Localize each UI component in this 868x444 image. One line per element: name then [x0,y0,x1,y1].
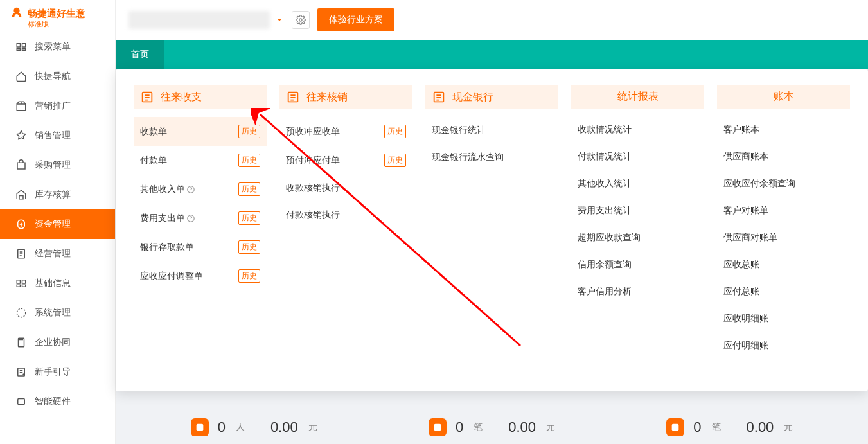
search-icon [15,41,27,53]
stat-unit: 元 [308,422,317,433]
settings-button[interactable] [292,11,310,29]
svg-rect-1 [22,44,26,47]
svg-rect-16 [18,399,25,405]
mega-item-label: 应收应付调整单 [140,271,203,282]
sidebar-item-funds[interactable]: 资金管理 [0,209,115,239]
history-badge[interactable]: 历史 [384,125,406,138]
mega-column-title: 统计报表 [617,90,659,103]
mega-item-label: 收款单 [140,126,167,138]
mega-item[interactable]: 超期应收款查询 [571,224,704,251]
sidebar-item-label: 资金管理 [35,218,71,230]
history-badge[interactable]: 历史 [238,269,260,283]
mega-item[interactable]: 付款核销执行 [279,202,412,229]
mega-item[interactable]: 付款单历史 [134,146,267,175]
mega-item-label: 应收应付余额查询 [723,178,795,190]
sidebar-item-basic[interactable]: 基础信息 [0,269,115,298]
sidebar-item-system[interactable]: 系统管理 [0,298,115,328]
system-icon [15,307,27,319]
svg-rect-5 [17,163,25,169]
svg-rect-3 [22,48,26,50]
mega-item[interactable]: 其他收入统计 [571,170,704,197]
mega-item[interactable]: 收款情况统计 [571,116,704,143]
sidebar-item-guide[interactable]: 新手引导 [0,357,115,387]
mega-item-label: 超期应收款查询 [578,232,641,244]
content-area: 完善期初 统计表 务员） |报 > 往来收支收款单历史付款单历史其他收入单历史费… [116,69,868,444]
svg-rect-4 [17,104,26,111]
mega-item[interactable]: 应收明细账 [717,305,850,332]
svg-rect-9 [22,280,26,283]
mega-item[interactable]: 客户对账单 [717,197,850,224]
mega-item[interactable]: 客户账本 [717,116,850,143]
mega-column: 现金银行现金银行统计现金银行流水查询 [425,85,558,359]
sidebar-item-hardware[interactable]: 智能硬件 [0,387,115,416]
sidebar-item-marketing[interactable]: 营销推广 [0,91,115,121]
mega-item[interactable]: 付款情况统计 [571,143,704,170]
org-name-redacted [128,11,270,29]
help-icon[interactable] [186,214,195,223]
sidebar-item-stock[interactable]: 库存核算 [0,180,115,209]
svg-point-15 [23,374,24,375]
stat-icon [666,418,684,436]
mega-item[interactable]: 现金银行流水查询 [425,144,558,171]
stat-icon [191,418,209,436]
mega-item-label: 付款情况统计 [578,151,632,163]
marketing-icon [15,100,27,112]
history-badge[interactable]: 历史 [238,211,260,225]
mega-item[interactable]: 应收应付调整单历史 [134,262,267,290]
mega-item[interactable]: 应付总账 [717,278,850,305]
stat-unit: 元 [784,422,793,433]
mega-item[interactable]: 银行存取款单历史 [134,233,267,262]
svg-rect-0 [17,44,20,47]
mega-column: 往来核销预收冲应收单历史预付冲应付单历史收款核销执行付款核销执行 [279,85,412,359]
column-doc-icon [432,90,446,104]
mega-item[interactable]: 现金银行统计 [425,117,558,144]
stat-count: 0 [693,419,701,436]
mega-item[interactable]: 应收总账 [717,251,850,278]
sidebar-item-label: 采购管理 [35,159,71,171]
history-badge[interactable]: 历史 [238,125,260,138]
sidebar-item-quick[interactable]: 快捷导航 [0,62,115,91]
tab-home[interactable]: 首页 [116,40,164,69]
tab-strip: 首页 [116,40,868,69]
mega-item[interactable]: 预收冲应收单历史 [279,117,412,146]
mega-item-label: 预收冲应收单 [286,126,340,138]
mega-column-header: 现金银行 [425,85,558,109]
sidebar-item-purchase[interactable]: 采购管理 [0,150,115,180]
sidebar-item-sales[interactable]: 销售管理 [0,121,115,150]
mega-item[interactable]: 应收应付余额查询 [717,170,850,197]
mega-item[interactable]: 应付明细账 [717,332,850,359]
mega-item[interactable]: 其他收入单历史 [134,175,267,204]
sidebar-item-collab[interactable]: 企业协同 [0,328,115,357]
mega-item[interactable]: 预付冲应付单历史 [279,146,412,175]
mega-item[interactable]: 收款单历史 [134,117,267,146]
history-badge[interactable]: 历史 [238,240,260,254]
mega-item[interactable]: 供应商账本 [717,143,850,170]
mega-item-label: 应收总账 [723,259,759,271]
stat-count: 0 [456,419,463,436]
help-icon[interactable] [186,185,195,194]
mega-item[interactable]: 费用支出统计 [571,197,704,224]
mega-menu: 往来收支收款单历史付款单历史其他收入单历史费用支出单历史银行存取款单历史应收应付… [116,69,868,391]
sidebar-item-label: 企业协同 [35,337,71,348]
mega-item[interactable]: 供应商对账单 [717,224,850,251]
quick-icon [15,71,27,82]
mega-item[interactable]: 客户信用分析 [571,278,704,305]
mega-item[interactable]: 信用余额查询 [571,251,704,278]
sidebar-item-label: 快捷导航 [35,71,71,82]
mega-item-label: 现金银行流水查询 [432,152,504,163]
mega-item-label: 其他收入单 [140,184,195,195]
sidebar-item-label: 销售管理 [35,130,71,141]
org-selector[interactable] [128,11,284,29]
history-badge[interactable]: 历史 [384,154,406,167]
mega-column-title: 往来收支 [161,91,202,104]
sidebar-item-label: 系统管理 [35,307,71,319]
sidebar-item-operate[interactable]: 经营管理 [0,239,115,269]
history-badge[interactable]: 历史 [238,154,260,167]
history-badge[interactable]: 历史 [238,182,260,196]
mega-column: 账本客户账本供应商账本应收应付余额查询客户对账单供应商对账单应收总账应付总账应收… [717,85,850,359]
svg-rect-2 [17,48,20,50]
cta-plan-button[interactable]: 体验行业方案 [317,8,394,31]
sidebar-item-search[interactable]: 搜索菜单 [0,32,115,62]
mega-item[interactable]: 收款核销执行 [279,175,412,202]
mega-item[interactable]: 费用支出单历史 [134,204,267,233]
